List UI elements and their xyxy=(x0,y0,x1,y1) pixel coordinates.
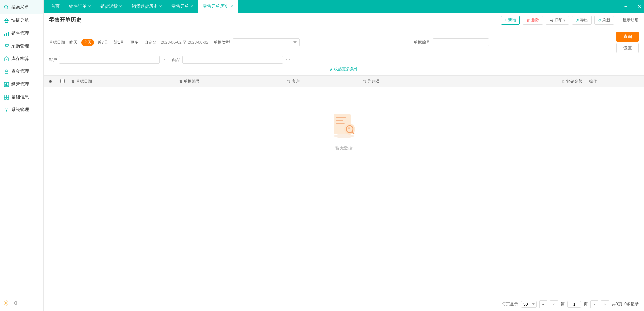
sidebar-item-sys-mgmt[interactable]: 系统管理 xyxy=(0,103,43,116)
sidebar-item-purchase-mgmt[interactable]: 采购管理 xyxy=(0,40,43,52)
customer-filter-input[interactable] xyxy=(59,56,160,64)
th-amount-label: ⇅ 实销金额 xyxy=(562,79,582,84)
type-filter-select[interactable] xyxy=(233,38,300,46)
date-filter-section: 单据日期 昨天 今天 近7天 近1月 更多 自定义 2023-06-02 至 2… xyxy=(49,39,208,46)
customer-filter-ellipsis[interactable]: ··· xyxy=(162,57,167,63)
sidebar: 搜索采单 快捷导航 销售管理 采购管理 xyxy=(0,0,44,311)
date-buttons: 昨天 今天 近7天 近1月 更多 自定义 xyxy=(67,39,159,46)
no-filter-section: 单据编号 xyxy=(414,38,608,46)
next-page-button[interactable]: › xyxy=(590,300,598,308)
tab-sales-return-label: 销货退货 xyxy=(100,3,118,9)
th-customer-label: ⇅ 客户 xyxy=(287,79,299,84)
tab-retail-open-history[interactable]: 零售开单历史 ✕ xyxy=(198,0,238,13)
total-text: 共0页, 0条记录 xyxy=(612,301,639,307)
tab-sales-return-close[interactable]: ✕ xyxy=(119,4,122,9)
print-button[interactable]: 🖨 打印 ▾ xyxy=(546,16,569,25)
window-close[interactable]: ✕ xyxy=(637,3,641,10)
th-salesperson[interactable]: ⇅ 导购员 xyxy=(360,76,452,87)
show-detail-checkbox[interactable] xyxy=(617,18,621,22)
th-customer[interactable]: ⇅ 客户 xyxy=(284,76,359,87)
goods-filter-input[interactable] xyxy=(182,56,283,64)
sidebar-item-sales-mgmt[interactable]: 销售管理 xyxy=(0,27,43,40)
tab-sales-order[interactable]: 销售订单 ✕ xyxy=(64,0,96,13)
bar-icon xyxy=(3,81,9,87)
sidebar-item-quick-nav-label: 快捷导航 xyxy=(11,17,29,23)
th-amount[interactable]: ⇅ 实销金额 xyxy=(478,76,586,87)
tab-sales-return-history-close[interactable]: ✕ xyxy=(159,4,162,9)
collapse-filter-button[interactable]: ∧ 收起更多条件 xyxy=(330,66,358,72)
gear-bottom-icon[interactable] xyxy=(3,300,9,307)
tab-sales-return-history[interactable]: 销货退货历史 ✕ xyxy=(127,0,167,13)
show-detail-label: 显示明细 xyxy=(623,17,639,23)
tab-retail-open[interactable]: 零售开单 ✕ xyxy=(167,0,198,13)
empty-state: 暂无数据 xyxy=(44,87,644,171)
tab-sales-return[interactable]: 销货退货 ✕ xyxy=(96,0,127,13)
empty-state-text: 暂无数据 xyxy=(335,145,353,151)
toolbar: 零售开单历史 + 新增 🗑 删除 🖨 打印 ▾ ↗ 导出 ↻ 刷新 显 xyxy=(44,13,644,28)
sidebar-item-inventory[interactable]: 库存核算 xyxy=(0,52,43,65)
sidebar-item-operations[interactable]: 经营管理 xyxy=(0,78,43,91)
th-date[interactable]: ⇅ 单据日期 xyxy=(68,76,176,87)
select-all-checkbox[interactable] xyxy=(60,79,65,83)
svg-rect-26 xyxy=(336,123,345,124)
svg-rect-18 xyxy=(7,97,9,99)
sidebar-item-sys-mgmt-label: 系统管理 xyxy=(11,107,29,113)
date-filter-label: 单据日期 xyxy=(49,40,65,45)
svg-point-7 xyxy=(7,48,8,48)
no-filter-input[interactable] xyxy=(433,38,489,46)
collapse-sidebar-icon[interactable] xyxy=(12,300,18,307)
page-label-suffix: 页 xyxy=(584,301,588,307)
date-btn-7days[interactable]: 近7天 xyxy=(95,39,110,46)
sidebar-item-inventory-label: 库存核算 xyxy=(11,56,29,62)
svg-point-20 xyxy=(6,302,7,304)
page-number-input[interactable] xyxy=(567,301,581,308)
date-btn-today[interactable]: 今天 xyxy=(81,39,94,46)
th-ops-label: 操作 xyxy=(589,79,597,84)
goods-filter-ellipsis[interactable]: ··· xyxy=(286,57,290,63)
customer-filter-label: 客户 xyxy=(49,57,57,63)
per-page-select[interactable]: 10 20 50 100 xyxy=(521,301,537,308)
goods-filter-label: 商品 xyxy=(172,57,180,63)
tab-retail-open-history-close[interactable]: ✕ xyxy=(230,4,233,9)
query-button[interactable]: 查询 xyxy=(616,32,639,42)
show-detail-checkbox-label[interactable]: 显示明细 xyxy=(617,17,639,23)
search-icon xyxy=(3,4,9,10)
add-button[interactable]: + 新增 xyxy=(501,16,520,25)
th-checkbox[interactable] xyxy=(57,76,68,87)
last-page-button[interactable]: » xyxy=(601,300,609,308)
svg-line-1 xyxy=(7,8,8,9)
settings-gear-icon[interactable]: ⚙ xyxy=(49,79,52,84)
date-btn-more[interactable]: 更多 xyxy=(128,39,141,46)
th-no[interactable]: ⇅ 单据编号 xyxy=(176,76,284,87)
th-settings[interactable]: ⚙ xyxy=(44,76,57,87)
tab-sales-return-history-label: 销货退货历史 xyxy=(132,3,158,9)
sidebar-item-quick-nav[interactable]: 快捷导航 xyxy=(0,14,43,27)
prev-page-button[interactable]: ‹ xyxy=(550,300,558,308)
tab-home[interactable]: 首页 xyxy=(46,0,64,13)
date-btn-yesterday[interactable]: 昨天 xyxy=(67,39,80,46)
tab-home-label: 首页 xyxy=(51,3,60,9)
svg-point-6 xyxy=(6,48,6,48)
main-content: 首页 销售订单 ✕ 销货退货 ✕ 销货退货历史 ✕ 零售开单 ✕ 零售开单历史 … xyxy=(44,0,644,311)
table-header-row: ⚙ ⇅ 单据日期 ⇅ 单据编号 ⇅ 客户 ⇅ 导购员 xyxy=(44,76,644,87)
window-minimize[interactable]: － xyxy=(623,3,628,10)
per-page-label: 每页显示 xyxy=(502,301,518,307)
sidebar-item-finance-label: 资金管理 xyxy=(11,68,29,74)
settings-button[interactable]: 设置 xyxy=(616,43,639,53)
sidebar-item-base-info[interactable]: 基础信息 xyxy=(0,91,43,103)
refresh-label: 刷新 xyxy=(602,17,610,23)
date-btn-custom[interactable]: 自定义 xyxy=(142,39,159,46)
settings-circle-icon xyxy=(3,107,9,113)
goods-filter-section: 商品 ··· xyxy=(172,56,290,64)
window-maximize[interactable]: □ xyxy=(631,3,634,9)
sidebar-search[interactable]: 搜索采单 xyxy=(0,0,43,14)
sidebar-item-finance[interactable]: 资金管理 xyxy=(0,65,43,78)
refresh-button[interactable]: ↻ 刷新 xyxy=(594,16,614,25)
delete-button[interactable]: 🗑 删除 xyxy=(523,16,543,25)
date-btn-1month[interactable]: 近1月 xyxy=(112,39,127,46)
first-page-button[interactable]: « xyxy=(539,300,547,308)
tab-retail-open-close[interactable]: ✕ xyxy=(190,4,193,9)
date-range-text: 2023-06-02 至 2023-06-02 xyxy=(161,40,208,45)
export-button[interactable]: ↗ 导出 xyxy=(572,16,592,25)
tab-sales-order-close[interactable]: ✕ xyxy=(88,4,91,9)
